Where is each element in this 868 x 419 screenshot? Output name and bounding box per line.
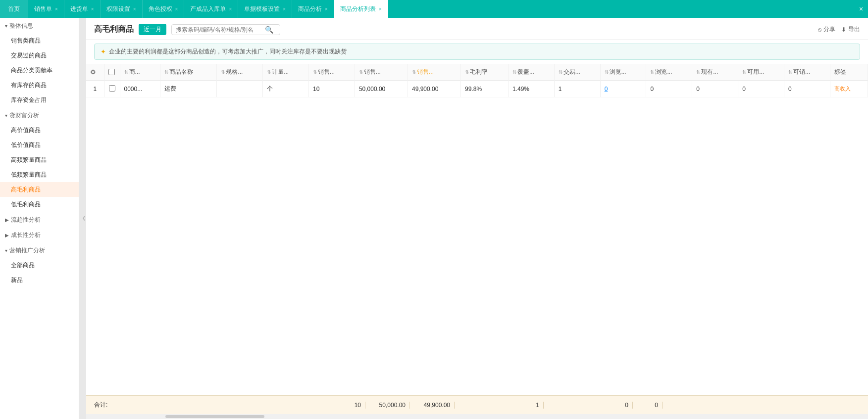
total-transaction: 1 [514,402,544,409]
tab-analysis-list-label: 商品分析列表 [340,5,376,13]
tab-analysis-close[interactable]: × [325,6,328,12]
info-icon: ✦ [101,48,106,55]
th-margin-rate[interactable]: ⇅毛利率 [461,64,509,81]
th-saleable[interactable]: ⇅可销... [784,64,830,81]
th-transaction[interactable]: ⇅交易... [554,64,600,81]
tab-home-label: 首页 [8,5,20,13]
share-icon: ⎋ [818,26,821,33]
th-sales-amount[interactable]: ⇅销售... [355,64,408,81]
sidebar-item-inventory-ratio[interactable]: 库存资金占用 [0,93,79,107]
sidebar-section-overall[interactable]: ▾ 整体信息 [0,18,79,33]
date-filter-button[interactable]: 近一月 [139,24,166,35]
th-browse1[interactable]: ⇅浏览... [600,64,646,81]
tab-purchase[interactable]: 进货单 × [64,0,101,18]
sidebar-collapse-button[interactable]: 《 [79,18,86,419]
total-saleable: 0 [633,402,663,409]
section-overall-label: 整体信息 [9,22,33,30]
tab-analysis-list[interactable]: 商品分析列表 × [334,0,388,18]
tab-sales-label: 销售单 [34,5,52,13]
tab-purchase-close[interactable]: × [91,6,94,12]
row-checkbox[interactable] [109,85,115,92]
th-settings[interactable]: ⚙ [86,64,104,81]
total-available: 0 [603,402,633,409]
sidebar-item-low-value[interactable]: 低价值商品 [0,138,79,152]
tab-product-in[interactable]: 产成品入库单 × [184,0,238,18]
share-button[interactable]: ⎋ 分享 [818,25,835,34]
tab-role[interactable]: 角色授权 × [143,0,185,18]
th-tag[interactable]: 标签 [830,64,868,81]
tab-sales[interactable]: 销售单 × [28,0,64,18]
sidebar-item-inventory-goods[interactable]: 有库存的商品 [0,78,79,93]
sidebar-item-low-margin[interactable]: 低毛利商品 [0,197,79,212]
sidebar-item-traded-goods[interactable]: 交易过的商品 [0,48,79,63]
data-table: ⚙ ⇅商... ⇅商品名称 ⇅规格... [86,64,868,97]
sidebar-item-high-value[interactable]: 高价值商品 [0,123,79,138]
table-header: ⚙ ⇅商... ⇅商品名称 ⇅规格... [86,64,868,81]
cell-current-stock: 0 [692,81,738,97]
horizontal-scrollbar[interactable] [86,414,868,419]
content-area: 高毛利商品 近一月 🔍 ⎋ 分享 ⬇ 导出 ✦ 企业的主 [86,18,868,419]
th-available[interactable]: ⇅可用... [738,64,784,81]
export-icon: ⬇ [841,26,846,33]
total-sales-profit: 49,900.00 [410,402,455,409]
settings-gear-icon: ⚙ [90,68,96,76]
tab-analysis[interactable]: 商品分析 × [292,0,334,18]
cell-browse2: 0 [646,81,692,97]
scrollbar-thumb[interactable] [165,415,264,418]
close-all-tabs-button[interactable]: × [854,0,868,18]
sidebar-section-marketing[interactable]: ▾ 营销推广分析 [0,242,79,258]
export-button[interactable]: ⬇ 导出 [841,25,860,34]
sidebar-section-wealth[interactable]: ▾ 货财富分析 [0,107,79,123]
tab-permission[interactable]: 权限设置 × [101,0,143,18]
search-input[interactable] [176,26,265,33]
sidebar-item-all-goods[interactable]: 全部商品 [0,258,79,273]
th-name[interactable]: ⇅商品名称 [160,64,217,81]
select-all-checkbox[interactable] [108,69,115,75]
header-actions: ⎋ 分享 ⬇ 导出 [818,25,860,34]
sidebar-item-high-freq[interactable]: 高频繁量商品 [0,152,79,167]
th-current-stock[interactable]: ⇅现有... [692,64,738,81]
th-browse2[interactable]: ⇅浏览... [646,64,692,81]
th-spec[interactable]: ⇅规格... [217,64,263,81]
th-code[interactable]: ⇅商... [120,64,160,81]
tab-product-in-close[interactable]: × [229,6,232,12]
top-nav-bar: 首页 销售单 × 进货单 × 权限设置 × 角色授权 × 产成品入库单 × 单据… [0,0,868,18]
sidebar: ▾ 整体信息 销售类商品 交易过的商品 商品分类贡献率 有库存的商品 库存资金占… [0,18,79,419]
content-header: 高毛利商品 近一月 🔍 ⎋ 分享 ⬇ 导出 [86,18,868,40]
tab-template[interactable]: 单据模板设置 × [238,0,292,18]
total-sales-amount: 50,000.00 [365,402,410,409]
sidebar-item-high-margin[interactable]: 高毛利商品 [0,182,79,197]
tab-role-close[interactable]: × [175,6,178,12]
cell-unit: 个 [263,81,309,97]
close-all-icon: × [859,5,863,13]
sidebar-item-sales-goods[interactable]: 销售类商品 [0,33,79,48]
main-layout: ▾ 整体信息 销售类商品 交易过的商品 商品分类贡献率 有库存的商品 库存资金占… [0,18,868,419]
total-bar: 合计: 10 50,000.00 49,900.00 1 0 0 [86,395,868,414]
cell-sales-profit: 49,900.00 [408,81,460,97]
tab-permission-label: 权限设置 [106,5,130,13]
cell-saleable: 0 [784,81,830,97]
tab-permission-close[interactable]: × [133,6,136,12]
cell-check[interactable] [104,81,120,97]
search-box: 🔍 [171,24,280,35]
th-check[interactable] [104,64,120,81]
sidebar-item-goods-contrib[interactable]: 商品分类贡献率 [0,63,79,78]
sidebar-item-new-goods[interactable]: 新品 [0,273,79,287]
tab-analysis-list-close[interactable]: × [379,6,382,12]
section-wealth-arrow: ▾ [5,113,7,118]
section-marketing-arrow: ▾ [5,248,7,253]
tab-sales-close[interactable]: × [55,6,58,12]
sidebar-section-growth[interactable]: ▶ 成长性分析 [0,227,79,242]
th-sales-qty[interactable]: ⇅销售... [309,64,355,81]
tab-template-close[interactable]: × [283,6,286,12]
search-icon[interactable]: 🔍 [265,26,273,34]
cell-browse1[interactable]: 0 [600,81,646,97]
tab-home[interactable]: 首页 [0,0,28,18]
sidebar-section-trend[interactable]: ▶ 流趋性分析 [0,212,79,227]
sidebar-item-low-freq[interactable]: 低频繁量商品 [0,167,79,182]
th-coverage[interactable]: ⇅覆盖... [508,64,554,81]
th-unit[interactable]: ⇅计量... [263,64,309,81]
th-sales-profit[interactable]: ⇅销售... [408,64,460,81]
cell-coverage: 1.49% [508,81,554,97]
table-body: 1 0000... 运费 个 10 50,000.00 49,900.00 99… [86,81,868,97]
